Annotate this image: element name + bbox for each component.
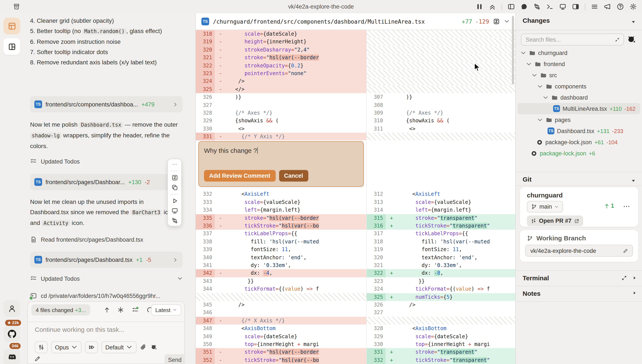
collapse-triangle-icon[interactable] [631,177,636,182]
diff-cell-new[interactable]: 314 left={margin.left} [366,206,515,214]
diff-cell-old[interactable]: 335- stroke="hsl(var(--border [196,214,366,222]
diff-cell-old[interactable]: 320- strokeDasharray="2,4" [196,46,366,54]
diff-cell-new[interactable]: 323 }} [366,277,515,285]
line-number[interactable]: 339 [196,246,215,254]
play-icon[interactable] [171,198,178,204]
diff-mode-icon[interactable] [493,18,500,25]
menu-icon[interactable] [591,3,598,10]
line-number[interactable]: 334 [196,206,215,214]
diff-cell-old[interactable]: 326 )} [196,93,366,101]
collapse-up-icon[interactable] [489,3,496,10]
open-pr-button[interactable]: Open PR #7 [527,216,583,226]
model-dropdown[interactable]: Opus [51,341,82,353]
tree-folder-src[interactable]: src [516,70,642,81]
file-change-card[interactable]: TS frontend/src/components/dashboa... +4… [30,96,183,112]
megaphone-icon[interactable] [604,3,611,10]
line-number[interactable]: 320 [196,46,215,54]
working-branch-input[interactable] [529,247,620,254]
diff-cell-old[interactable]: 328 {/* Axes */} [196,109,366,117]
line-number[interactable]: 350 [196,340,215,348]
arrow-up-icon[interactable] [104,306,110,313]
line-number[interactable]: 319 [196,38,215,46]
rail-board-button[interactable] [4,38,20,55]
panel-left-icon[interactable] [508,3,515,10]
line-number[interactable]: 328 [367,324,386,332]
diff-cell-old[interactable]: 332 <AxisLeft [196,190,366,198]
line-number[interactable]: 321 [367,262,386,269]
diff-cell-old[interactable]: 331- {/* Y Axis */} [196,133,366,140]
search-input[interactable] [525,36,612,43]
line-number[interactable]: 324 [196,78,215,86]
line-number[interactable]: 318 [367,238,386,246]
monitor-icon[interactable] [559,3,566,10]
terminal-prompt-icon[interactable] [546,3,553,10]
monitor-icon[interactable] [171,207,178,214]
terminal-section-header[interactable]: Terminal [516,271,642,285]
rail-discord-button[interactable] [4,348,20,364]
line-number[interactable]: 313 [367,198,386,206]
line-number[interactable]: 327 [196,101,215,109]
diff-cell-new[interactable]: 317 tickLabelProps={{ [366,230,515,238]
tree-folder-churnguard[interactable]: churnguard [516,47,642,58]
line-number[interactable]: 331 [196,133,215,140]
rail-workspace-button[interactable] [4,18,20,34]
diff-cell-new[interactable]: 326 /> [366,301,515,309]
line-number[interactable]: 346 [196,309,215,317]
line-number[interactable]: 323 [196,70,215,78]
diff-edit-icon[interactable] [171,174,178,181]
expand-icon[interactable] [621,275,627,281]
line-number[interactable]: 329 [196,117,215,125]
line-number[interactable]: 332 [367,356,386,364]
diff-cell-old[interactable]: 322- strokeOpacity={0.2} [196,62,366,70]
rail-account-button[interactable] [4,300,20,317]
line-number[interactable]: 307 [367,93,386,101]
line-number[interactable]: 337 [196,230,215,238]
line-number[interactable]: 343 [196,277,215,285]
tree-folder-dashboard[interactable]: dashboard [516,92,642,103]
line-number[interactable]: 328 [196,109,215,117]
line-number[interactable]: 320 [367,254,386,262]
expand-triangle-icon[interactable] [632,290,637,295]
add-review-comment-button[interactable]: Add Review Comment [204,170,275,182]
line-number[interactable]: 314 [367,206,386,214]
tree-file-MultiLineArea.tsx[interactable]: TSMultiLineArea.tsx+110-162 [517,103,640,114]
diff-cell-old[interactable]: 347- {/* X Axis */} [196,316,366,324]
line-number[interactable]: 333 [196,198,215,206]
panel-right-icon[interactable] [572,3,579,10]
composer-input[interactable]: Continue working on this task... [35,326,124,333]
diff-cell-old[interactable]: 324- /> [196,78,366,86]
line-number[interactable]: 335 [196,214,215,222]
line-number[interactable]: 352 [196,356,215,364]
diff-cell-old[interactable]: 330 <> [196,125,366,133]
working-branch-field[interactable] [525,245,633,257]
line-number[interactable]: 342 [196,269,215,277]
diff-cell-new[interactable]: 324 tickFormat={(value) => f [366,285,515,293]
diff-cell-new[interactable]: 321 dy: '0.33em', [366,262,515,269]
branch-dropdown[interactable]: main [527,201,563,212]
diff-cell-new[interactable]: 315+ stroke="transparent" [366,214,515,222]
line-number[interactable]: 326 [367,301,386,309]
spark-icon[interactable] [117,306,124,313]
line-number[interactable]: 347 [196,316,215,324]
line-number[interactable]: 325 [196,85,215,93]
line-number[interactable]: 327 [367,309,386,317]
line-number[interactable]: 336 [196,222,215,230]
diff-cell-new[interactable]: 309 {/* Axes */} [366,109,515,117]
line-number[interactable]: 312 [367,190,386,198]
tree-folder-frontend[interactable]: frontend [516,58,642,70]
line-number[interactable]: 316 [367,222,386,230]
terminal-command-row[interactable]: cd /private/var/folders/10/h7w0q46556ggr… [30,292,183,299]
diff-cell-new[interactable]: 322+ dx: -8, [366,269,515,277]
diff-cell-new[interactable]: 330 top={innerHeight + margi [366,340,515,348]
line-number[interactable]: 331 [367,348,386,356]
diff-cell-old[interactable]: 340 textAnchor: 'end', [196,254,366,262]
diff-cell-old[interactable]: 342- dx: -4, [196,269,366,277]
diff-cell-new[interactable]: 332+ tickStroke="transparent" [366,356,515,364]
checklist-notification-icon[interactable] [132,306,139,313]
diff-cell-old[interactable]: 327 [196,101,366,109]
read-file-row[interactable]: Read frontend/src/pages/Dashboard.tsx [30,236,183,243]
line-number[interactable]: 351 [196,348,215,356]
diff-cell-old[interactable]: 329 {showAxis && ( [196,117,366,125]
diff-cell-new[interactable]: 311 <> [366,125,515,133]
line-number[interactable]: 326 [196,93,215,101]
